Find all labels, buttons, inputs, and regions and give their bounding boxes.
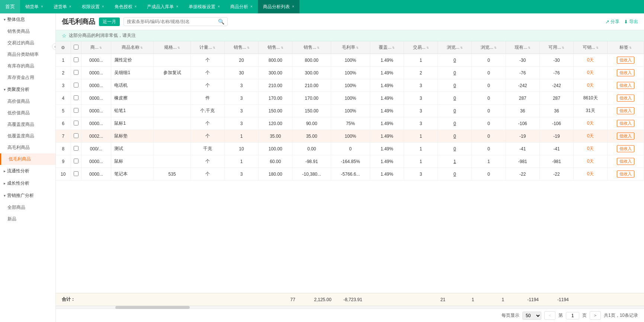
sidebar-item-all-products[interactable]: 全部商品: [0, 202, 55, 213]
sidebar-group-flow[interactable]: ▸ 流通性分析: [0, 165, 55, 177]
col-name[interactable]: 商品名称⇅: [111, 41, 154, 54]
row-name[interactable]: 属性定价: [111, 54, 154, 67]
nav-sales[interactable]: 销货单 ×: [20, 0, 48, 13]
nav-product-analysis[interactable]: 商品分析 ×: [225, 0, 258, 13]
sidebar-item-high-margin[interactable]: 高毛利商品: [0, 142, 55, 153]
sidebar-item-stock-products[interactable]: 有库存的商品: [0, 60, 55, 72]
nav-template-settings[interactable]: 单据模板设置 ×: [183, 0, 225, 13]
nav-permissions[interactable]: 权限设置 ×: [77, 0, 109, 13]
row-name[interactable]: 电话机: [111, 79, 154, 92]
row-coverage: 1.49%: [370, 79, 404, 92]
row-view1[interactable]: 0: [438, 92, 472, 105]
sidebar-group-overall[interactable]: ▾ 整体信息: [0, 13, 55, 26]
col-code[interactable]: 商...⇅: [81, 41, 111, 54]
sidebar-item-high-coverage[interactable]: 高覆盖度商品: [0, 119, 55, 130]
row-name[interactable]: 鼠标: [111, 155, 154, 168]
nav-home[interactable]: 首页: [0, 0, 20, 13]
sidebar-item-low-coverage[interactable]: 低覆盖度商品: [0, 130, 55, 142]
sidebar-item-low-value[interactable]: 低价值商品: [0, 107, 55, 119]
close-icon[interactable]: ×: [176, 0, 178, 13]
row-view1[interactable]: 0: [438, 79, 472, 92]
row-checkbox[interactable]: [74, 95, 79, 100]
close-icon[interactable]: ×: [218, 0, 220, 13]
search-icon[interactable]: 🔍: [218, 19, 224, 25]
col-sellable[interactable]: 可销...⇅: [574, 41, 608, 54]
col-sale-amount[interactable]: 销售...⇅: [292, 41, 331, 54]
row-checkbox[interactable]: [74, 133, 79, 138]
row-checkbox[interactable]: [74, 108, 79, 113]
row-name[interactable]: 铅笔1: [111, 105, 154, 117]
close-icon[interactable]: ×: [102, 0, 104, 13]
row-checkbox[interactable]: [74, 171, 79, 176]
row-name[interactable]: 鼠标1: [111, 117, 154, 130]
nav-analysis-list[interactable]: 商品分析列表 ×: [258, 0, 299, 13]
nav-role-auth[interactable]: 角色授权 ×: [109, 0, 142, 13]
sidebar-item-low-margin[interactable]: 低毛利商品: [0, 153, 55, 165]
sidebar-item-new-products[interactable]: 新品: [0, 213, 55, 225]
row-view1[interactable]: 0: [438, 143, 472, 155]
row-name[interactable]: 吴细细1: [111, 67, 154, 79]
col-trade[interactable]: 交易...⇅: [404, 41, 438, 54]
col-gross-margin[interactable]: 毛利率⇅: [331, 41, 370, 54]
row-name[interactable]: 鼠标垫: [111, 130, 154, 143]
sidebar-item-sales-products[interactable]: 销售类商品: [0, 26, 55, 37]
sidebar-item-capital[interactable]: 库存资金占用: [0, 72, 55, 83]
export-button[interactable]: ⬇ 导出: [624, 19, 638, 25]
page-number-input[interactable]: [566, 312, 579, 319]
row-name[interactable]: 橡皮擦: [111, 92, 154, 105]
row-current-stock: -41: [506, 143, 539, 155]
horizontal-scrollbar[interactable]: [56, 306, 644, 309]
row-view1[interactable]: 1: [438, 155, 472, 168]
row-checkbox[interactable]: [74, 146, 79, 151]
row-checkbox[interactable]: [74, 57, 79, 62]
row-view1[interactable]: 0: [438, 168, 472, 181]
close-icon[interactable]: ×: [41, 0, 43, 13]
col-unit[interactable]: 计量...⇅: [190, 41, 224, 54]
close-icon[interactable]: ×: [292, 0, 294, 13]
row-sale-amount: -10,380...: [292, 168, 331, 181]
col-sale-qty[interactable]: 销售...⇅: [224, 41, 258, 54]
search-input[interactable]: [127, 19, 218, 24]
col-spec[interactable]: 规格...⇅: [154, 41, 190, 54]
col-settings[interactable]: ⚙: [56, 41, 71, 54]
row-checkbox-cell: [71, 143, 81, 155]
col-view1[interactable]: 浏览...⇅: [438, 41, 472, 54]
col-tag[interactable]: 标签⇅: [608, 41, 644, 54]
select-all-checkbox[interactable]: [74, 45, 79, 50]
date-filter-button[interactable]: 近一月: [99, 17, 120, 26]
close-icon[interactable]: ×: [135, 0, 137, 13]
nav-purchase[interactable]: 进货单 ×: [48, 0, 77, 13]
sidebar-item-high-value[interactable]: 高价值商品: [0, 96, 55, 107]
sidebar-group-marketing[interactable]: ▾ 营销推广分析: [0, 189, 55, 202]
col-view2[interactable]: 浏览...⇅: [472, 41, 506, 54]
row-view1[interactable]: 0: [438, 117, 472, 130]
close-icon[interactable]: ×: [69, 0, 71, 13]
row-checkbox[interactable]: [74, 83, 79, 87]
row-gross-margin: -164.85%: [331, 155, 370, 168]
per-page-select[interactable]: 50 100 200: [522, 312, 541, 320]
scrollbar-thumb[interactable]: [115, 306, 190, 309]
col-sale-price[interactable]: 销售...⇅: [259, 41, 292, 54]
sidebar-group-cluster[interactable]: ▾ 类聚度分析: [0, 83, 55, 96]
prev-page-button[interactable]: ＜: [544, 311, 555, 320]
col-coverage[interactable]: 覆盖...⇅: [370, 41, 404, 54]
col-available[interactable]: 可用...⇅: [539, 41, 573, 54]
sidebar-item-category-rate[interactable]: 商品分类助销率: [0, 49, 55, 60]
nav-product-entry[interactable]: 产成品入库单 ×: [142, 0, 183, 13]
row-view1[interactable]: 0: [438, 105, 472, 117]
row-view1[interactable]: 0: [438, 54, 472, 67]
share-button[interactable]: ↗ 分享: [605, 19, 619, 25]
sidebar-group-growth[interactable]: ▸ 成长性分析: [0, 177, 55, 189]
row-name[interactable]: 测试: [111, 143, 154, 155]
row-view1[interactable]: 0: [438, 67, 472, 79]
row-checkbox[interactable]: [74, 121, 79, 125]
row-name[interactable]: 笔记本: [111, 168, 154, 181]
row-code: 0000...: [81, 117, 111, 130]
col-current-stock[interactable]: 现有...⇅: [506, 41, 539, 54]
close-icon[interactable]: ×: [250, 0, 253, 13]
next-page-button[interactable]: ＞: [590, 311, 601, 320]
row-view1[interactable]: 0: [438, 130, 472, 143]
sidebar-item-traded-products[interactable]: 交易过的商品: [0, 37, 55, 49]
row-checkbox[interactable]: [74, 159, 79, 163]
row-checkbox[interactable]: [74, 70, 79, 75]
